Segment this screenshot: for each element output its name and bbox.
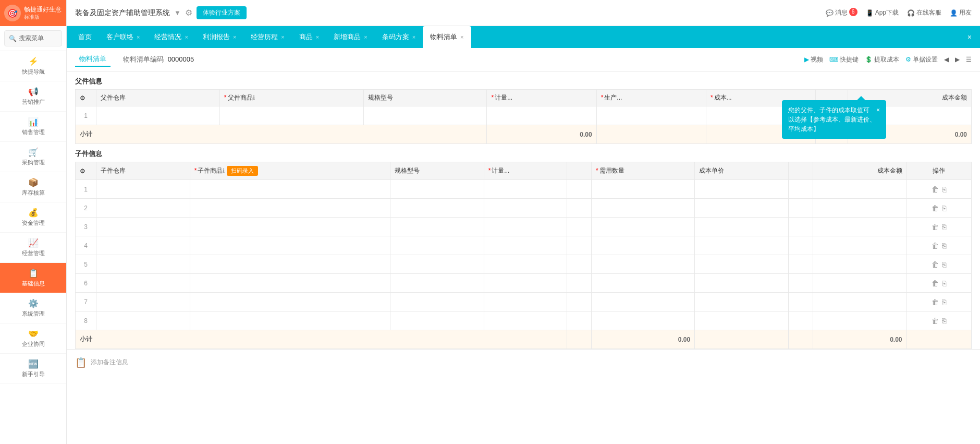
- view-action[interactable]: ▶ 视频: [804, 55, 823, 64]
- child-goods-1[interactable]: [190, 180, 390, 199]
- child-unit-3[interactable]: [484, 218, 567, 236]
- child-delete-icon-1[interactable]: 🗑: [932, 185, 939, 194]
- tooltip-close-btn[interactable]: ×: [876, 105, 880, 115]
- child-delete-icon-6[interactable]: 🗑: [932, 279, 939, 287]
- parent-goods-1[interactable]: [219, 106, 363, 125]
- child-unit-8[interactable]: [484, 311, 567, 330]
- parent-production-1[interactable]: [596, 106, 706, 125]
- scan-input-btn[interactable]: 扫码录入: [227, 166, 258, 176]
- list-view-action[interactable]: ☰: [966, 56, 972, 63]
- child-qty-5[interactable]: [592, 255, 695, 274]
- child-qty-7[interactable]: [592, 293, 695, 311]
- child-copy-icon-1[interactable]: ⎘: [942, 185, 946, 194]
- child-delete-icon-5[interactable]: 🗑: [932, 260, 939, 269]
- child-unit-cost-1[interactable]: [695, 180, 789, 199]
- child-col-setting[interactable]: ⚙: [76, 162, 96, 180]
- child-goods-8[interactable]: [190, 311, 390, 330]
- child-copy-icon-3[interactable]: ⎘: [942, 223, 946, 231]
- child-copy-icon-2[interactable]: ⎘: [942, 204, 946, 212]
- child-warehouse-6[interactable]: [96, 274, 190, 293]
- sub-tab-bom-list[interactable]: 物料清单: [75, 52, 111, 67]
- child-unit-cost-5[interactable]: [695, 255, 789, 274]
- child-unit-cost-6[interactable]: [695, 274, 789, 293]
- child-unit-5[interactable]: [484, 255, 567, 274]
- close-all-tabs-icon[interactable]: ×: [963, 31, 976, 43]
- child-copy-icon-5[interactable]: ⎘: [942, 260, 946, 269]
- tab-operation-status-close[interactable]: ×: [185, 34, 188, 40]
- child-goods-6[interactable]: [190, 274, 390, 293]
- tab-goods[interactable]: 商品 ×: [292, 26, 326, 48]
- child-spec-6[interactable]: [390, 274, 484, 293]
- child-spec-4[interactable]: [390, 236, 484, 255]
- tab-home[interactable]: 首页: [71, 26, 99, 48]
- child-spec-8[interactable]: [390, 311, 484, 330]
- child-delete-icon-3[interactable]: 🗑: [932, 223, 939, 231]
- child-qty-8[interactable]: [592, 311, 695, 330]
- child-unit-cost-8[interactable]: [695, 311, 789, 330]
- extract-cost-action[interactable]: 💲 提取成本: [865, 55, 899, 64]
- sidebar-item-inventory[interactable]: 📦 库存核算: [0, 172, 66, 202]
- user-menu[interactable]: 👤 用友: [950, 8, 972, 17]
- note-text[interactable]: 添加备注信息: [91, 358, 128, 367]
- child-warehouse-3[interactable]: [96, 218, 190, 236]
- app-download-button[interactable]: 📱 App下载: [866, 8, 899, 17]
- parent-spec-1[interactable]: [363, 106, 487, 125]
- sidebar-item-cooperation[interactable]: 🤝 企业协同: [0, 323, 66, 354]
- tab-history-close[interactable]: ×: [281, 34, 284, 40]
- child-unit-2[interactable]: [484, 199, 567, 218]
- child-spec-3[interactable]: [390, 218, 484, 236]
- tab-customer[interactable]: 客户联络 ×: [99, 26, 147, 48]
- pagination-next[interactable]: ▶: [955, 56, 960, 63]
- child-goods-5[interactable]: [190, 255, 390, 274]
- child-unit-cost-7[interactable]: [695, 293, 789, 311]
- child-unit-7[interactable]: [484, 293, 567, 311]
- child-delete-icon-2[interactable]: 🗑: [932, 204, 939, 212]
- single-settings-action[interactable]: ⚙ 单据设置: [905, 55, 938, 64]
- sidebar-item-guide[interactable]: 🆕 新手引导: [0, 354, 66, 384]
- child-spec-2[interactable]: [390, 199, 484, 218]
- child-delete-icon-4[interactable]: 🗑: [932, 242, 939, 250]
- child-qty-6[interactable]: [592, 274, 695, 293]
- child-warehouse-5[interactable]: [96, 255, 190, 274]
- child-warehouse-2[interactable]: [96, 199, 190, 218]
- child-copy-icon-8[interactable]: ⎘: [942, 317, 946, 325]
- child-copy-icon-4[interactable]: ⎘: [942, 242, 946, 250]
- tab-profit-close[interactable]: ×: [233, 34, 236, 40]
- child-unit-1[interactable]: [484, 180, 567, 199]
- tab-barcode-close[interactable]: ×: [412, 34, 415, 40]
- child-qty-1[interactable]: [592, 180, 695, 199]
- child-copy-icon-6[interactable]: ⎘: [942, 279, 946, 287]
- experience-btn[interactable]: 体验行业方案: [197, 6, 247, 19]
- sidebar-item-operation[interactable]: 📈 经营管理: [0, 233, 66, 263]
- child-unit-6[interactable]: [484, 274, 567, 293]
- child-warehouse-4[interactable]: [96, 236, 190, 255]
- child-warehouse-7[interactable]: [96, 293, 190, 311]
- sidebar-item-purchase[interactable]: 🛒 采购管理: [0, 142, 66, 172]
- tab-profit[interactable]: 利润报告 ×: [195, 26, 243, 48]
- sidebar-item-finance[interactable]: 💰 资金管理: [0, 202, 66, 233]
- child-warehouse-1[interactable]: [96, 180, 190, 199]
- child-unit-4[interactable]: [484, 236, 567, 255]
- child-qty-3[interactable]: [592, 218, 695, 236]
- child-delete-icon-7[interactable]: 🗑: [932, 298, 939, 306]
- child-spec-5[interactable]: [390, 255, 484, 274]
- child-goods-7[interactable]: [190, 293, 390, 311]
- tab-goods-close[interactable]: ×: [316, 34, 319, 40]
- child-goods-2[interactable]: [190, 199, 390, 218]
- child-qty-4[interactable]: [592, 236, 695, 255]
- child-copy-icon-7[interactable]: ⎘: [942, 298, 946, 306]
- sidebar-item-basic[interactable]: 📋 基础信息: [0, 263, 66, 293]
- child-unit-cost-4[interactable]: [695, 236, 789, 255]
- online-service-button[interactable]: 🎧 在线客服: [907, 8, 941, 17]
- parent-col-setting[interactable]: ⚙: [76, 90, 96, 106]
- tab-bom[interactable]: 物料清单 ×: [423, 26, 471, 48]
- search-menu-button[interactable]: 🔍 搜索菜单: [4, 30, 62, 46]
- child-delete-icon-8[interactable]: 🗑: [932, 317, 939, 325]
- shortcut-action[interactable]: ⌨ 快捷键: [829, 55, 859, 64]
- child-spec-1[interactable]: [390, 180, 484, 199]
- child-spec-7[interactable]: [390, 293, 484, 311]
- child-goods-3[interactable]: [190, 218, 390, 236]
- tab-barcode[interactable]: 条码方案 ×: [375, 26, 423, 48]
- sidebar-item-quick-nav[interactable]: ⚡ 快捷导航: [0, 51, 66, 81]
- tab-history[interactable]: 经营历程 ×: [243, 26, 291, 48]
